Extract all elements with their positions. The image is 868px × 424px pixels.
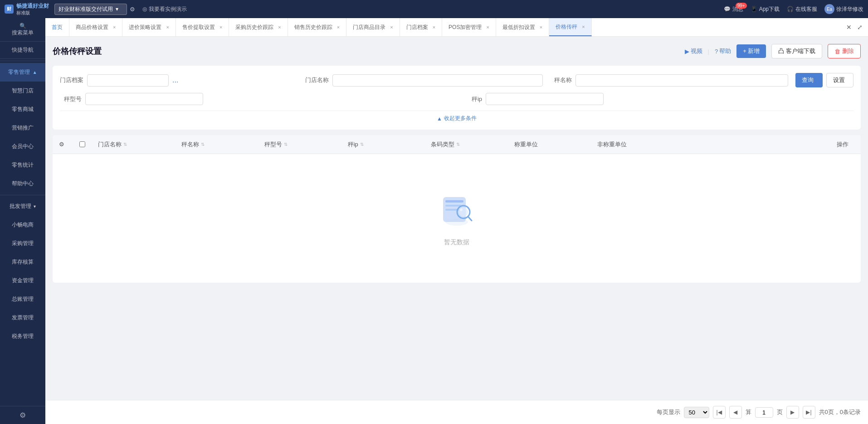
tab-close-store-file[interactable]: ×: [433, 24, 435, 30]
sidebar-item-smart-store[interactable]: 智慧门店: [0, 82, 45, 100]
store-file-label: 门店档案: [60, 76, 83, 84]
empty-text: 暂无数据: [444, 238, 469, 246]
chevron-down-icon: ▾: [116, 6, 118, 12]
tab-sale-history[interactable]: 销售历史价跟踪 ×: [288, 18, 346, 36]
ellipsis-icon[interactable]: ...: [172, 76, 178, 84]
tab-close-min-discount[interactable]: ×: [540, 24, 542, 30]
message-btn[interactable]: 💬 消息 99+: [724, 5, 743, 13]
col-store-name: 门店名称 ⇅: [93, 140, 177, 149]
version-label: 好业财标准版交付试用: [59, 5, 113, 13]
tab-bar: 首页 商品价格设置 × 进价策略设置 × 售价提取设置 × 采购历史价跟踪 × …: [45, 18, 868, 37]
tab-pos-manage[interactable]: POS加密管理 ×: [442, 18, 496, 36]
tab-min-discount[interactable]: 最低折扣设置 ×: [496, 18, 549, 36]
sort-icon-scale-ip[interactable]: ⇅: [360, 142, 364, 147]
tab-purchase-history[interactable]: 采购历史价跟踪 ×: [229, 18, 288, 36]
page-header: 价格传秤设置 ▶ 视频 | ? 帮助 + 新增 凸 客户端下载: [53, 44, 861, 58]
tab-price-scale[interactable]: 价格传秤 ×: [549, 18, 591, 36]
first-page-btn[interactable]: |◀: [713, 406, 726, 419]
sidebar-item-marketing[interactable]: 营销推广: [0, 119, 45, 137]
sidebar-search[interactable]: 🔍 搜索菜单: [0, 18, 45, 42]
sidebar-item-ledger-mgmt[interactable]: 总账管理: [0, 290, 45, 308]
store-name-input[interactable]: [332, 74, 543, 87]
last-page-btn[interactable]: ▶|: [803, 406, 815, 419]
scale-model-input[interactable]: [85, 93, 203, 105]
add-button[interactable]: + 新增: [736, 44, 766, 58]
delete-button[interactable]: 🗑 删除: [828, 44, 861, 58]
sort-icon-scale-name[interactable]: ⇅: [201, 142, 205, 147]
next-page-btn[interactable]: ▶: [786, 406, 799, 419]
scale-ip-input[interactable]: [486, 93, 604, 105]
sidebar-item-member-center[interactable]: 会员中心: [0, 137, 45, 156]
sidebar-item-purchase-mgmt[interactable]: 采购管理: [0, 234, 45, 253]
per-page-select[interactable]: 50 20 100: [684, 407, 709, 418]
sidebar-item-wholesale-mgmt[interactable]: 批发管理 ▾: [0, 197, 45, 216]
tab-close-btn[interactable]: ✕: [844, 22, 853, 33]
trash-icon: 🗑: [834, 48, 840, 55]
user-name: 徐泽华修改: [836, 5, 863, 13]
tab-close-purchase-strategy[interactable]: ×: [166, 24, 169, 30]
user-menu[interactable]: Ea 徐泽华修改: [824, 4, 863, 14]
sidebar-item-small-ecommerce[interactable]: 小畅电商: [0, 216, 45, 234]
settings-icon[interactable]: ⚙: [0, 411, 45, 419]
sidebar-item-retail-mgmt[interactable]: 零售管理 ▲: [0, 63, 45, 82]
total-info: 共0页，0条记录: [819, 408, 861, 416]
tab-close-price-scale[interactable]: ×: [582, 24, 585, 29]
help-link[interactable]: ? 帮助: [715, 47, 731, 55]
tab-store-catalog[interactable]: 门店商品目录 ×: [346, 18, 400, 36]
collapse-up-icon: ▲: [437, 116, 442, 122]
col-scale-name: 秤名称 ⇅: [177, 140, 260, 149]
online-service-btn[interactable]: 🎧 在线客服: [787, 5, 817, 13]
filter-store-name: 门店名称: [305, 74, 543, 87]
gear-icon[interactable]: ⚙: [130, 6, 135, 13]
query-button[interactable]: 查询: [795, 73, 823, 87]
tab-close-goods-price[interactable]: ×: [113, 24, 116, 30]
sidebar-item-invoice-mgmt[interactable]: 发票管理: [0, 308, 45, 327]
sidebar-bottom: ⚙: [0, 406, 45, 424]
sidebar-item-inventory[interactable]: 库存核算: [0, 253, 45, 271]
app-download-btn[interactable]: 📱 App下载: [751, 5, 780, 13]
prev-page-btn[interactable]: ◀: [729, 406, 742, 419]
tab-close-pos-manage[interactable]: ×: [486, 24, 489, 30]
sidebar-item-capital-mgmt[interactable]: 资金管理: [0, 271, 45, 290]
tab-home[interactable]: 首页: [45, 18, 69, 36]
demo-link[interactable]: ◎ 我要看实例演示: [142, 5, 187, 13]
logo-icon: 财: [5, 5, 14, 14]
sidebar-item-retail-mall[interactable]: 零售商城: [0, 100, 45, 119]
content-area: 首页 商品价格设置 × 进价策略设置 × 售价提取设置 × 采购历史价跟踪 × …: [45, 18, 868, 424]
tab-close-store-catalog[interactable]: ×: [390, 24, 393, 30]
collapse-btn[interactable]: ▲ 收起更多条件: [60, 111, 853, 122]
select-all-checkbox[interactable]: [79, 141, 85, 147]
pagination: 每页显示 50 20 100 |◀ ◀ 算 页 ▶ ▶| 共0页，0条记录: [45, 400, 868, 424]
tab-expand-btn[interactable]: ⤢: [855, 22, 864, 33]
empty-state: 暂无数据: [53, 154, 861, 283]
scale-name-input[interactable]: [575, 74, 788, 87]
set-button[interactable]: 设置: [826, 73, 853, 87]
filter-scale-model: 秤型号: [60, 93, 453, 105]
sidebar-item-help-center[interactable]: 帮助中心: [0, 174, 45, 193]
store-file-input[interactable]: [87, 74, 169, 87]
col-checkbox[interactable]: [71, 141, 93, 147]
tab-purchase-strategy[interactable]: 进价策略设置 ×: [122, 18, 176, 36]
sort-icon-scale-model[interactable]: ⇅: [284, 142, 288, 147]
col-settings[interactable]: ⚙: [53, 141, 71, 148]
tab-close-sale-price[interactable]: ×: [219, 24, 222, 30]
sidebar-quick-nav[interactable]: 快捷导航: [0, 42, 45, 59]
version-selector[interactable]: 好业财标准版交付试用 ▾: [54, 4, 127, 15]
tab-close-purchase-history[interactable]: ×: [278, 24, 281, 30]
message-icon: 💬: [724, 6, 731, 12]
store-name-label: 门店名称: [305, 76, 329, 84]
sidebar: 🔍 搜索菜单 快捷导航 零售管理 ▲ 智慧门店 零售商城 营销推广 会员中心 零…: [0, 18, 45, 424]
sidebar-item-retail-stats[interactable]: 零售统计: [0, 156, 45, 174]
tab-goods-price[interactable]: 商品价格设置 ×: [69, 18, 122, 36]
page-input[interactable]: [755, 407, 773, 418]
download-button[interactable]: 凸 客户端下载: [771, 44, 822, 58]
video-link[interactable]: ▶ 视频: [685, 47, 702, 55]
sidebar-item-tax-mgmt[interactable]: 税务管理: [0, 327, 45, 346]
tab-close-sale-history[interactable]: ×: [337, 24, 340, 30]
filter-row-1: 门店档案 ... 门店名称 秤名称 查询 设置: [60, 73, 853, 87]
tab-store-file[interactable]: 门店档案 ×: [400, 18, 442, 36]
tab-sale-price[interactable]: 售价提取设置 ×: [176, 18, 229, 36]
col-scale-ip: 秤ip ⇅: [343, 140, 427, 149]
sort-icon-store-name[interactable]: ⇅: [123, 142, 127, 147]
sort-icon-barcode-type[interactable]: ⇅: [456, 142, 460, 147]
